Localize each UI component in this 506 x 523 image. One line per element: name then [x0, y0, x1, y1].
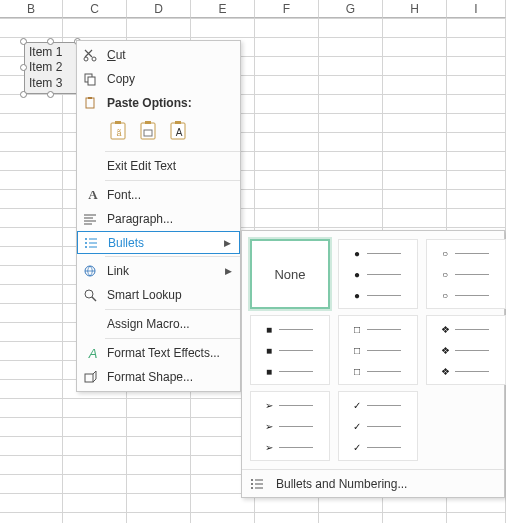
svg-point-26 — [85, 290, 93, 298]
copy-icon — [83, 72, 103, 86]
menu-format-shape[interactable]: Format Shape... — [77, 365, 240, 389]
col-header-d[interactable]: D — [127, 0, 191, 18]
menu-smart-lookup[interactable]: Smart Lookup — [77, 283, 240, 307]
bullet-option-arrowhead[interactable]: ➢ ➢ ➢ — [250, 391, 330, 461]
svg-point-23 — [85, 246, 87, 248]
svg-line-27 — [92, 297, 96, 301]
svg-rect-3 — [88, 77, 95, 85]
menu-assign-macro[interactable]: Assign Macro... — [77, 312, 240, 336]
svg-text:ã: ã — [116, 128, 121, 138]
svg-point-33 — [251, 487, 253, 489]
menu-format-text-effects[interactable]: A Format Text Effects... — [77, 341, 240, 365]
svg-point-31 — [251, 483, 253, 485]
bullet-option-checkmark[interactable]: ✓ ✓ ✓ — [338, 391, 418, 461]
bullet-option-hollow-round[interactable]: ○ ○ ○ — [426, 239, 506, 309]
textbox-item: Item 1 — [29, 45, 72, 60]
col-header-g[interactable]: G — [319, 0, 383, 18]
bullet-none-label: None — [274, 267, 305, 282]
menu-label: Format Text Effects... — [103, 346, 234, 360]
bullet-option-filled-square[interactable]: ■ ■ ■ — [250, 315, 330, 385]
svg-rect-28 — [85, 374, 93, 382]
menu-bullets[interactable]: Bullets ▶ — [77, 231, 240, 254]
svg-point-29 — [251, 479, 253, 481]
menu-exit-edit-text[interactable]: Exit Edit Text — [77, 154, 240, 178]
bullets-icon — [250, 478, 272, 490]
paste-option-keep-source[interactable]: ã — [107, 119, 131, 143]
col-header-i[interactable]: I — [447, 0, 506, 18]
bullet-option-none[interactable]: None — [250, 239, 330, 309]
col-header-f[interactable]: F — [255, 0, 319, 18]
menu-label: Bullets and Numbering... — [272, 477, 496, 491]
resize-handle[interactable] — [20, 64, 27, 71]
menu-label: Smart Lookup — [103, 288, 234, 302]
bullets-and-numbering[interactable]: Bullets and Numbering... — [242, 469, 504, 497]
svg-point-0 — [84, 57, 88, 61]
svg-point-1 — [92, 57, 96, 61]
textbox-item: Item 3 — [29, 76, 72, 91]
menu-label: Paste Options: — [103, 96, 234, 110]
svg-rect-9 — [141, 123, 155, 139]
svg-point-19 — [85, 238, 87, 240]
menu-label: Cut — [103, 48, 234, 62]
textbox-shape[interactable]: Item 1 Item 2 Item 3 — [24, 42, 77, 94]
menu-label: Exit Edit Text — [103, 159, 234, 173]
col-header-b[interactable]: B — [0, 0, 63, 18]
svg-rect-10 — [145, 121, 151, 124]
col-header-c[interactable]: C — [63, 0, 127, 18]
menu-label: Format Shape... — [103, 370, 234, 384]
svg-rect-4 — [86, 98, 94, 108]
menu-label: Assign Macro... — [103, 317, 234, 331]
menu-copy[interactable]: Copy — [77, 67, 240, 91]
context-menu: Cut Copy Paste Options: ã A Exit Edit Te… — [76, 40, 241, 392]
textbox-item: Item 2 — [29, 60, 72, 75]
paste-options-row: ã A — [77, 115, 240, 149]
search-icon — [83, 288, 103, 302]
resize-handle[interactable] — [20, 91, 27, 98]
text-effects-icon: A — [83, 346, 103, 361]
format-shape-icon — [83, 370, 103, 384]
font-icon: A — [83, 187, 103, 203]
bullets-submenu: None ● ● ● ○ ○ ○ ■ ■ ■ □ □ □ ❖ ❖ ❖ ➢ ➢ — [241, 230, 505, 498]
bullets-icon — [84, 237, 104, 249]
svg-rect-13 — [175, 121, 181, 124]
col-header-e[interactable]: E — [191, 0, 255, 18]
resize-handle[interactable] — [47, 91, 54, 98]
scissors-icon — [83, 48, 103, 62]
menu-label: Font... — [103, 188, 234, 202]
menu-label: Copy — [103, 72, 234, 86]
bullet-option-filled-round[interactable]: ● ● ● — [338, 239, 418, 309]
clipboard-icon — [83, 96, 103, 110]
resize-handle[interactable] — [47, 38, 54, 45]
paste-option-text-only[interactable]: A — [167, 119, 191, 143]
menu-label: Bullets — [104, 236, 224, 250]
svg-rect-5 — [88, 97, 92, 99]
menu-label: Link — [103, 264, 225, 278]
menu-paragraph[interactable]: Paragraph... — [77, 207, 240, 231]
menu-link[interactable]: Link ▶ — [77, 259, 240, 283]
link-icon — [83, 264, 103, 278]
svg-text:A: A — [176, 127, 183, 138]
paste-option-picture[interactable] — [137, 119, 161, 143]
menu-font[interactable]: A Font... — [77, 183, 240, 207]
menu-cut[interactable]: Cut — [77, 43, 240, 67]
bullet-option-hollow-square[interactable]: □ □ □ — [338, 315, 418, 385]
svg-point-21 — [85, 242, 87, 244]
col-header-h[interactable]: H — [383, 0, 447, 18]
bullet-option-four-diamond[interactable]: ❖ ❖ ❖ — [426, 315, 506, 385]
paragraph-icon — [83, 213, 103, 225]
submenu-arrow-icon: ▶ — [225, 266, 234, 276]
resize-handle[interactable] — [20, 38, 27, 45]
submenu-arrow-icon: ▶ — [224, 238, 233, 248]
svg-rect-7 — [115, 121, 121, 124]
menu-paste-options-header: Paste Options: — [77, 91, 240, 115]
menu-label: Paragraph... — [103, 212, 234, 226]
